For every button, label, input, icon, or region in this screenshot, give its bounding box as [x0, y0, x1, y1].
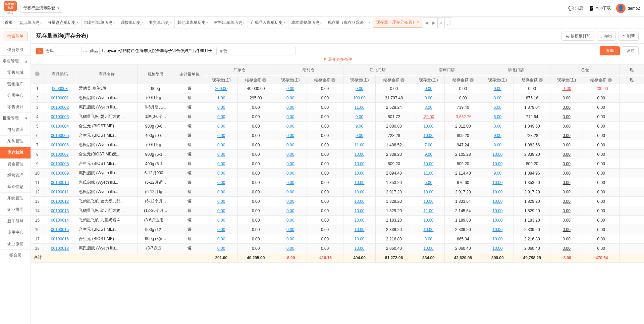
- tab-close-icon[interactable]: ×: [369, 21, 371, 25]
- tab-item[interactable]: 分量盘点单历史 ×: [45, 17, 82, 28]
- tab-nav-next[interactable]: ▶: [430, 17, 437, 28]
- sidebar-item-retail-mall[interactable]: 零售商城: [0, 67, 31, 79]
- tab-close-icon[interactable]: ×: [76, 21, 78, 25]
- tab-item[interactable]: 材料出库单历史 ×: [211, 17, 248, 28]
- sidebar-item-apps[interactable]: 应用中心: [0, 227, 31, 238]
- table-container: 商品编码 商品名称 规格型号 主计量单位 厂家仓 陆村仓 江北门店 南岸门店 渝…: [31, 65, 644, 324]
- warehouse-label: 仓库: [46, 48, 54, 54]
- sidebar-item-wechat[interactable]: 企业微信: [0, 238, 31, 250]
- user-area[interactable]: 👤 demo2: [616, 4, 640, 13]
- orange-expand-btn[interactable]: »: [36, 48, 43, 54]
- info-icon[interactable]: i: [262, 78, 266, 82]
- tab-close-icon[interactable]: ×: [170, 21, 172, 25]
- table-row: 10 00100009 惠氏启赋 (Wyeth illu... 6-12月900…: [31, 169, 644, 178]
- tab-close-icon[interactable]: ×: [113, 21, 115, 25]
- footer-row: 合计 201.00 40,295.00 -8.00 -416.16 494.00…: [31, 253, 644, 263]
- message-btn[interactable]: 💬 消息: [568, 5, 583, 11]
- expand-more-btn[interactable]: ▼ 展开更多条件: [323, 57, 352, 62]
- sidebar-item-collab[interactable]: 企业协同: [0, 204, 31, 216]
- quick-nav[interactable]: 快捷导航: [0, 44, 31, 56]
- tab-close-icon[interactable]: ×: [206, 21, 208, 25]
- industry-selector[interactable]: 母婴行业演示陈套 ▼: [20, 4, 63, 13]
- search-btn[interactable]: 搜索英单: [0, 29, 31, 44]
- sidebar-item-guide[interactable]: 新手引导: [0, 216, 31, 227]
- setting-button[interactable]: 设置: [622, 46, 639, 55]
- table-row: 18 00100018 惠氏启赋 (Wyeth illu... (3-7岁适..…: [31, 244, 644, 253]
- table-row: 8 00100007 合生元(BIOSTIME)派... 900g (6-1..…: [31, 150, 644, 159]
- info-icon[interactable]: i: [539, 78, 543, 82]
- goods-input[interactable]: [99, 47, 217, 55]
- refresh-icon: ↻: [622, 34, 626, 39]
- gear-icon[interactable]: [35, 72, 40, 76]
- chevron-down-icon: ▼: [57, 6, 60, 10]
- tab-close-icon[interactable]: ×: [142, 21, 144, 25]
- tab-close-all[interactable]: ×: [437, 17, 445, 28]
- sidebar-item-retail-mgmt[interactable]: 零售管理▲: [0, 56, 31, 67]
- table-row: 17 00100016 合生元 (BIOSTIME) ... 900g (3岁.…: [31, 234, 644, 244]
- sidebar-item-member-vip[interactable]: 畅会员: [0, 250, 31, 261]
- table-row: 4 00100003 飞鹤星飞帆 婴儿配方奶... 1段(0-6个... 罐 0…: [31, 112, 644, 122]
- logo-sub: 标版: [7, 11, 13, 15]
- username: demo2: [628, 6, 640, 11]
- info-icon[interactable]: i: [331, 78, 335, 82]
- tab-close-icon[interactable]: ×: [283, 21, 285, 25]
- table-row: 9 00100008 合生元 (BIOSTIME) ... 400g (6-1.…: [31, 159, 644, 169]
- warehouse-input[interactable]: [55, 47, 82, 55]
- tab-item[interactable]: 成本调整单历史 ×: [288, 17, 325, 28]
- table-row: 2 00100001 惠氏启赋 (Wyeth illu... (0-6月适...…: [31, 93, 644, 103]
- tab-close-icon[interactable]: ×: [320, 21, 322, 25]
- table-row: 7 00100006 惠氏启赋 (Wyeth illu... (0-6月适...…: [31, 140, 644, 150]
- logo-area: 畅捷通好生意 标版: [4, 1, 17, 15]
- info-icon[interactable]: i: [400, 78, 405, 82]
- content-area: 现存量查询(库存分布) 🖨 按模板打印 ↓ 导出 ↻ 刷新 »: [31, 29, 644, 324]
- sidebar-item-ecommerce[interactable]: 电商管理: [0, 124, 31, 136]
- tab-fullscreen[interactable]: ⛶: [445, 17, 452, 28]
- sidebar-item-wholesale[interactable]: 批发管理▼: [0, 113, 31, 124]
- sidebar-item-members[interactable]: 会员中心: [0, 90, 31, 101]
- tab-item[interactable]: 盘点单历史 ×: [16, 17, 45, 28]
- sidebar-item-purchase[interactable]: 采购管理: [0, 136, 31, 147]
- sidebar-item-basics[interactable]: 基础信息: [0, 181, 31, 193]
- sidebar-item-finance[interactable]: 资金管理: [0, 158, 31, 170]
- app-download-btn[interactable]: 📱 App下载: [589, 5, 611, 11]
- table-row: 12 00100011 惠氏启赋 (Wyeth illu... (6-12月适.…: [31, 187, 644, 197]
- table-row: 15 00100014 飞鹤星飞帆 儿童奶粉 4... (3-6岁适用... 罐…: [31, 216, 644, 225]
- tab-close-icon[interactable]: ×: [417, 20, 419, 24]
- top-bar: 畅捷通好生意 标版 母婴行业演示陈套 ▼ 💬 消息 📱 App下载 👤 demo…: [0, 0, 644, 17]
- tab-item[interactable]: 调拨单历史 ×: [118, 17, 147, 28]
- info-icon[interactable]: i: [608, 78, 612, 82]
- tab-item[interactable]: 产成品入库单历史 ×: [248, 17, 288, 28]
- color-label: 颜色: [219, 48, 227, 54]
- tab-item[interactable]: 现存量（库存状况表）×: [325, 17, 374, 28]
- sidebar-item-inventory[interactable]: 库存核算: [0, 147, 31, 158]
- color-input[interactable]: [229, 47, 296, 55]
- tab-home[interactable]: 首页: [1, 17, 16, 28]
- query-button[interactable]: 查询: [600, 46, 620, 55]
- tab-item[interactable]: 要货单历史 ×: [146, 17, 175, 28]
- tab-bar: 首页 盘点单历史 × 分量盘点单历史 × 组装拆卸单历史 × 调拨单历史 × 要…: [0, 17, 644, 29]
- print-btn[interactable]: 🖨 按模板打印: [561, 32, 594, 41]
- tab-close-icon[interactable]: ×: [243, 21, 245, 25]
- tab-item[interactable]: 其他出库单历史 ×: [175, 17, 211, 28]
- avatar: 👤: [616, 4, 626, 13]
- export-btn[interactable]: ↓ 导出: [597, 32, 616, 41]
- message-icon: 💬: [568, 6, 574, 11]
- table-row: 1 0000003 爱他美 卓萃3段 900g 罐 200.00 40,000.…: [31, 84, 644, 93]
- tab-close-icon[interactable]: ×: [40, 21, 42, 25]
- table-row: 5 00100004 合生元 (BIOSTIME) ... 900g (0-6.…: [31, 122, 644, 131]
- refresh-btn[interactable]: ↻ 刷新: [619, 32, 639, 41]
- sidebar-item-marketing[interactable]: 营销推广: [0, 79, 31, 90]
- sidebar-item-retail-stats[interactable]: 零售统计: [0, 101, 31, 113]
- ellipsis-btn[interactable]: ···: [83, 48, 87, 54]
- tab-item[interactable]: 组装拆卸单历史 ×: [82, 17, 118, 28]
- page-header: 现存量查询(库存分布) 🖨 按模板打印 ↓ 导出 ↻ 刷新: [31, 29, 644, 44]
- export-icon: ↓: [601, 34, 603, 39]
- tab-active[interactable]: 现存量（库存分布表）×: [373, 17, 422, 28]
- tab-nav-prev[interactable]: ◀: [423, 17, 430, 28]
- sidebar-item-system[interactable]: 系统管理: [0, 193, 31, 204]
- sidebar-item-operations[interactable]: 经营管理: [0, 170, 31, 181]
- chevron-down-icon: ▼: [323, 57, 328, 62]
- table-row: 11 00100010 惠氏启赋 (Wyeth illu... (6-12月适.…: [31, 178, 644, 187]
- goods-label: 商品: [90, 48, 98, 54]
- info-icon[interactable]: i: [470, 78, 474, 82]
